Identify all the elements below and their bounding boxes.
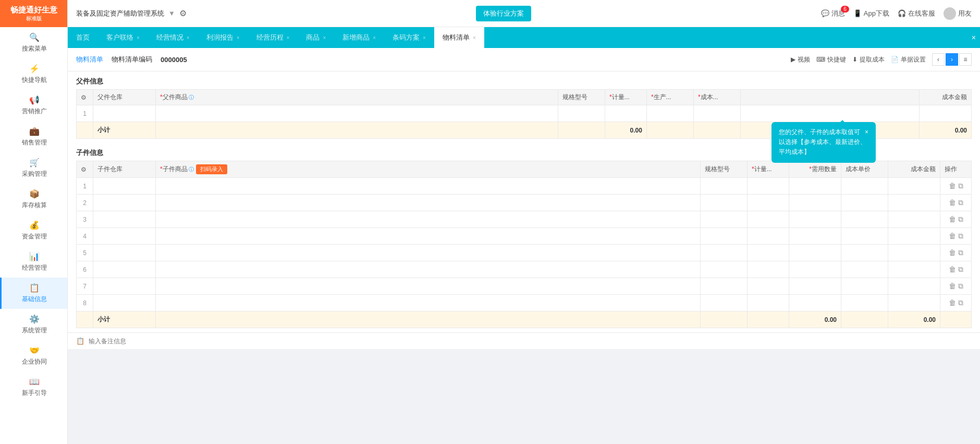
sidebar-item-sales[interactable]: 💼 销售管理: [0, 121, 67, 152]
user-menu[interactable]: 用友: [944, 7, 972, 20]
tab-barcode-close-icon[interactable]: ×: [423, 35, 426, 41]
sidebar-item-basic[interactable]: 📋 基础信息: [0, 278, 67, 309]
tab-product-close-icon[interactable]: ×: [323, 35, 326, 41]
child-spec-cell[interactable]: [701, 211, 748, 228]
copy-icon[interactable]: ⧉: [958, 282, 963, 291]
child-price-cell[interactable]: [841, 178, 888, 195]
child-warehouse-cell[interactable]: [93, 245, 156, 261]
tab-home[interactable]: 首页: [68, 27, 98, 48]
child-product-cell[interactable]: [156, 278, 701, 295]
tab-profit[interactable]: 利润报告 ×: [198, 27, 248, 48]
parent-unit-cell[interactable]: [605, 105, 646, 122]
delete-icon[interactable]: 🗑: [949, 265, 956, 274]
copy-icon[interactable]: ⧉: [958, 215, 963, 224]
sidebar-item-purchase[interactable]: 🛒 采购管理: [0, 152, 67, 184]
nav-list-button[interactable]: ≡: [959, 53, 972, 66]
child-product-cell[interactable]: [156, 195, 701, 211]
view-action[interactable]: ▶ 视频: [791, 55, 810, 64]
child-qty-cell[interactable]: [789, 278, 841, 295]
child-spec-cell[interactable]: [701, 278, 748, 295]
sidebar-item-quick-nav[interactable]: ⚡ 快捷导航: [0, 58, 67, 90]
child-qty-cell[interactable]: [789, 195, 841, 211]
settings-gear-icon[interactable]: ⚙: [179, 8, 187, 18]
child-qty-cell[interactable]: [789, 228, 841, 245]
parent-spec-cell[interactable]: [558, 105, 605, 122]
copy-icon[interactable]: ⧉: [958, 248, 963, 257]
delete-icon[interactable]: 🗑: [949, 282, 956, 291]
child-product-cell[interactable]: [156, 295, 701, 311]
child-warehouse-cell[interactable]: [93, 228, 156, 245]
app-download-button[interactable]: 📱 App下载: [853, 9, 889, 18]
copy-icon[interactable]: ⧉: [958, 182, 963, 190]
tab-new-product-close-icon[interactable]: ×: [373, 35, 376, 41]
child-spec-cell[interactable]: [701, 178, 748, 195]
delete-icon[interactable]: 🗑: [949, 232, 956, 241]
sidebar-item-finance[interactable]: 💰 资金管理: [0, 215, 67, 246]
child-price-cell[interactable]: [841, 261, 888, 278]
child-spec-cell[interactable]: [701, 228, 748, 245]
child-unit-cell[interactable]: [748, 245, 789, 261]
child-product-cell[interactable]: [156, 178, 701, 195]
parent-table-settings-icon[interactable]: ⚙: [81, 94, 87, 101]
sidebar-item-operations[interactable]: 📊 经营管理: [0, 246, 67, 278]
child-price-cell[interactable]: [841, 278, 888, 295]
child-warehouse-cell[interactable]: [93, 278, 156, 295]
delete-icon[interactable]: 🗑: [949, 248, 956, 257]
child-price-cell[interactable]: [841, 245, 888, 261]
extract-cost-action[interactable]: ⬇ 提取成本: [852, 55, 885, 64]
sidebar-item-search[interactable]: 🔍 搜索菜单: [0, 27, 67, 58]
sidebar-item-enterprise[interactable]: 🤝 企业协同: [0, 340, 67, 371]
delete-icon[interactable]: 🗑: [949, 298, 956, 307]
copy-icon[interactable]: ⧉: [958, 298, 963, 307]
tab-customer-close-icon[interactable]: ×: [137, 35, 140, 41]
parent-product-cell[interactable]: [156, 105, 558, 122]
parent-warehouse-cell[interactable]: [93, 105, 156, 122]
child-price-cell[interactable]: [841, 211, 888, 228]
child-unit-cell[interactable]: [748, 178, 789, 195]
child-qty-cell[interactable]: [789, 211, 841, 228]
sidebar-item-marketing[interactable]: 📢 营销推广: [0, 90, 67, 121]
copy-icon[interactable]: ⧉: [958, 198, 963, 207]
tab-new-product[interactable]: 新增商品 ×: [334, 27, 384, 48]
tab-barcode[interactable]: 条码方案 ×: [384, 27, 434, 48]
child-product-cell[interactable]: [156, 245, 701, 261]
copy-icon[interactable]: ⧉: [958, 265, 963, 274]
nav-next-button[interactable]: ›: [946, 53, 958, 66]
child-product-cell[interactable]: [156, 261, 701, 278]
child-price-cell[interactable]: [841, 195, 888, 211]
dropdown-arrow-icon[interactable]: ▼: [168, 9, 175, 17]
child-warehouse-cell[interactable]: [93, 261, 156, 278]
online-service-button[interactable]: 🎧 在线客服: [898, 9, 935, 18]
delete-icon[interactable]: 🗑: [949, 182, 956, 190]
child-unit-cell[interactable]: [748, 228, 789, 245]
single-settings-action[interactable]: 📄 单据设置: [891, 55, 926, 64]
child-spec-cell[interactable]: [701, 195, 748, 211]
child-table-settings-icon[interactable]: ⚙: [81, 166, 87, 173]
child-unit-cell[interactable]: [748, 295, 789, 311]
tab-history-close-icon[interactable]: ×: [287, 35, 290, 41]
tab-bom[interactable]: 物料清单 ×: [434, 27, 484, 48]
child-price-cell[interactable]: [841, 228, 888, 245]
child-qty-cell[interactable]: [789, 245, 841, 261]
tooltip-close-button[interactable]: ×: [865, 127, 868, 137]
child-warehouse-cell[interactable]: [93, 295, 156, 311]
tab-operation-close-icon[interactable]: ×: [187, 35, 190, 41]
child-unit-cell[interactable]: [748, 195, 789, 211]
child-warehouse-cell[interactable]: [93, 195, 156, 211]
sidebar-item-inventory[interactable]: 📦 库存核算: [0, 184, 67, 215]
child-warehouse-cell[interactable]: [93, 178, 156, 195]
child-product-cell[interactable]: [156, 228, 701, 245]
delete-icon[interactable]: 🗑: [949, 198, 956, 207]
tab-bom-close-icon[interactable]: ×: [473, 35, 476, 41]
child-product-cell[interactable]: [156, 211, 701, 228]
sidebar-item-guide[interactable]: 📖 新手引导: [0, 371, 67, 403]
parent-production-cell[interactable]: [646, 105, 693, 122]
note-input[interactable]: [89, 338, 972, 345]
child-spec-cell[interactable]: [701, 295, 748, 311]
trial-button[interactable]: 体验行业方案: [476, 6, 531, 21]
tab-profit-close-icon[interactable]: ×: [237, 35, 240, 41]
tab-product[interactable]: 商品 ×: [298, 27, 334, 48]
child-spec-cell[interactable]: [701, 245, 748, 261]
sidebar-item-system[interactable]: ⚙️ 系统管理: [0, 309, 67, 340]
child-unit-cell[interactable]: [748, 261, 789, 278]
